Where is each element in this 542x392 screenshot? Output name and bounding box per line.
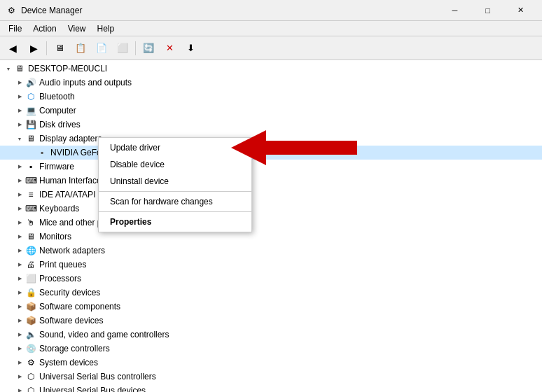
ide-icon: ≡ — [25, 189, 36, 200]
menu-bar: File Action View Help — [0, 21, 542, 36]
bluetooth-icon: ⬡ — [25, 91, 36, 102]
menu-action[interactable]: Action — [27, 22, 62, 35]
tree-item-systemdevices[interactable]: ▶⚙System devices — [0, 356, 542, 370]
hid-icon: ⌨ — [25, 175, 36, 186]
toolbar-sep2 — [135, 41, 136, 55]
gpu-icon: ▪ — [36, 147, 48, 158]
computer-icon: 🖥 — [14, 63, 25, 74]
tree-item-security[interactable]: ▶🔒Security devices — [0, 286, 542, 300]
tree-item-desktop[interactable]: ▼🖥DESKTOP-ME0UCLI — [0, 62, 542, 76]
window-title: Device Manager — [21, 6, 82, 15]
usb-icon: ⬡ — [25, 371, 36, 382]
tree-label-usbdevices: Universal Serial Bus devices — [39, 386, 146, 392]
toolbar-resources[interactable]: 📄 — [92, 39, 111, 57]
title-bar: ⚙ Device Manager ─ □ ✕ — [0, 0, 542, 21]
app-icon: ⚙ — [6, 5, 17, 16]
ctx-item-update-driver[interactable]: Update driver — [99, 139, 251, 156]
tree-label-audio: Audio inputs and outputs — [39, 78, 132, 88]
software-icon: 📦 — [25, 315, 36, 326]
ctx-item-uninstall-device[interactable]: Uninstall device — [99, 173, 251, 190]
keyboard-icon: ⌨ — [25, 203, 36, 214]
ctx-separator — [99, 191, 251, 192]
tree-label-computer: Computer — [39, 106, 76, 115]
tree-label-processors: Processors — [39, 274, 81, 284]
tree-item-processors[interactable]: ▶⬜Processors — [0, 272, 542, 286]
toolbar-sep1 — [46, 41, 47, 55]
mouse-icon: 🖱 — [25, 217, 36, 228]
sound-icon: 🔈 — [25, 329, 36, 340]
minimize-button[interactable]: ─ — [439, 0, 471, 21]
menu-view[interactable]: View — [62, 22, 92, 35]
tree-item-ide[interactable]: ▶≡IDE ATA/ATAPI controllers — [0, 188, 542, 202]
ctx-separator — [99, 211, 251, 212]
toolbar-back[interactable]: ◀ — [3, 39, 22, 57]
toolbar-properties[interactable]: ⬜ — [113, 39, 132, 57]
context-menu: Update driverDisable deviceUninstall dev… — [98, 137, 252, 232]
audio-icon: 🔊 — [25, 77, 36, 88]
tree-label-monitors: Monitors — [39, 232, 71, 241]
tree-label-print: Print queues — [39, 260, 86, 270]
tree-item-displayadapters[interactable]: ▼🖥Display adapters — [0, 132, 542, 146]
network-icon: 🌐 — [25, 245, 36, 256]
tree-item-storage[interactable]: ▶💿Storage controllers — [0, 342, 542, 356]
monitor-icon: 🖥 — [25, 231, 36, 242]
title-left: ⚙ Device Manager — [6, 5, 82, 16]
tree-item-audio[interactable]: ▶🔊Audio inputs and outputs — [0, 76, 542, 90]
maximize-button[interactable]: □ — [472, 0, 503, 21]
tree-item-nvidia[interactable]: ▪NVIDIA GeForce RTX 3080 — [0, 146, 542, 160]
tree-item-hid[interactable]: ▶⌨Human Interface Devices — [0, 174, 542, 188]
tree-item-sound[interactable]: ▶🔈Sound, video and game controllers — [0, 328, 542, 342]
print-icon: 🖨 — [25, 259, 36, 270]
tree-label-desktop: DESKTOP-ME0UCLI — [28, 64, 107, 74]
cpu-icon: ⬜ — [25, 273, 36, 284]
tree-label-keyboards: Keyboards — [39, 204, 79, 214]
tree-item-diskdrives[interactable]: ▶💾Disk drives — [0, 118, 542, 132]
folder-icon: 💻 — [25, 105, 36, 116]
toolbar-forward[interactable]: ▶ — [24, 39, 43, 57]
display-icon: 🖥 — [25, 133, 36, 144]
ctx-item-disable-device[interactable]: Disable device — [99, 156, 251, 173]
toolbar-remove[interactable]: ✕ — [160, 39, 179, 57]
toolbar-display[interactable]: 📋 — [71, 39, 90, 57]
tree-label-network: Network adapters — [39, 246, 105, 255]
tree-item-softwaredevices[interactable]: ▶📦Software devices — [0, 314, 542, 328]
main-area: ▼🖥DESKTOP-ME0UCLI▶🔊Audio inputs and outp… — [0, 60, 542, 392]
tree-view[interactable]: ▼🖥DESKTOP-ME0UCLI▶🔊Audio inputs and outp… — [0, 60, 542, 392]
tree-label-firmware: Firmware — [39, 162, 74, 172]
tree-label-bluetooth: Bluetooth — [39, 92, 75, 102]
tree-item-softwarecomponents[interactable]: ▶📦Software components — [0, 300, 542, 314]
tree-item-monitors[interactable]: ▶🖥Monitors — [0, 230, 542, 244]
tree-label-softwarecomponents: Software components — [39, 302, 120, 312]
toolbar-scan[interactable]: 🔄 — [139, 39, 158, 57]
toolbar-computer[interactable]: 🖥 — [50, 39, 69, 57]
tree-item-usbcontrollers[interactable]: ▶⬡Universal Serial Bus controllers — [0, 370, 542, 384]
tree-label-security: Security devices — [39, 288, 100, 298]
tree-item-keyboards[interactable]: ▶⌨Keyboards — [0, 202, 542, 216]
system-icon: ⚙ — [25, 357, 36, 368]
chip-icon: ▪ — [25, 161, 36, 172]
tree-label-sound: Sound, video and game controllers — [39, 330, 169, 340]
menu-file[interactable]: File — [3, 22, 27, 35]
software-icon: 📦 — [25, 301, 36, 312]
tree-item-network[interactable]: ▶🌐Network adapters — [0, 244, 542, 258]
ctx-item-properties[interactable]: Properties — [99, 214, 251, 230]
close-button[interactable]: ✕ — [505, 0, 536, 21]
toolbar-update[interactable]: ⬇ — [181, 39, 200, 57]
title-controls: ─ □ ✕ — [439, 0, 536, 21]
tree-item-bluetooth[interactable]: ▶⬡Bluetooth — [0, 90, 542, 104]
security-icon: 🔒 — [25, 287, 36, 298]
tree-item-mice[interactable]: ▶🖱Mice and other pointing device — [0, 216, 542, 230]
tree-item-firmware[interactable]: ▶▪Firmware — [0, 160, 542, 174]
disk-icon: 💾 — [25, 119, 36, 130]
tree-item-usbdevices[interactable]: ▶⬡Universal Serial Bus devices — [0, 384, 542, 392]
tree-label-displayadapters: Display adapters — [39, 134, 102, 144]
menu-help[interactable]: Help — [92, 22, 120, 35]
usb-icon: ⬡ — [25, 385, 36, 392]
toolbar: ◀ ▶ 🖥 📋 📄 ⬜ 🔄 ✕ ⬇ — [0, 36, 542, 60]
tree-label-usbcontrollers: Universal Serial Bus controllers — [39, 372, 156, 382]
storage-icon: 💿 — [25, 343, 36, 354]
tree-item-print[interactable]: ▶🖨Print queues — [0, 258, 542, 272]
tree-label-diskdrives: Disk drives — [39, 120, 81, 130]
tree-item-computer[interactable]: ▶💻Computer — [0, 104, 542, 118]
ctx-item-scan-hardware[interactable]: Scan for hardware changes — [99, 193, 251, 210]
